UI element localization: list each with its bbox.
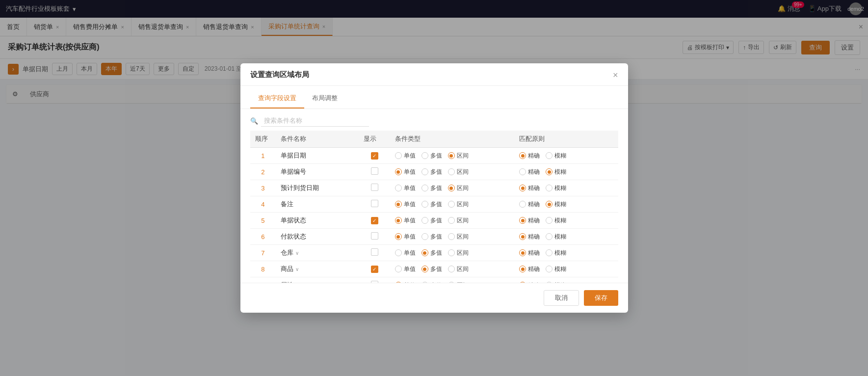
modal-tabs: 查询字段设置 布局调整 [240, 86, 628, 109]
modal-dialog: 设置查询区域布局 × 查询字段设置 布局调整 🔍 顺序 [240, 63, 628, 109]
modal-overlay: 设置查询区域布局 × 查询字段设置 布局调整 🔍 顺序 [0, 0, 868, 109]
modal-title: 设置查询区域布局 [250, 70, 309, 80]
modal-close-btn[interactable]: × [613, 71, 618, 80]
modal-header: 设置查询区域布局 × [240, 63, 628, 86]
modal-tab-query-fields[interactable]: 查询字段设置 [250, 91, 304, 108]
modal-tab-layout[interactable]: 布局调整 [304, 91, 345, 108]
